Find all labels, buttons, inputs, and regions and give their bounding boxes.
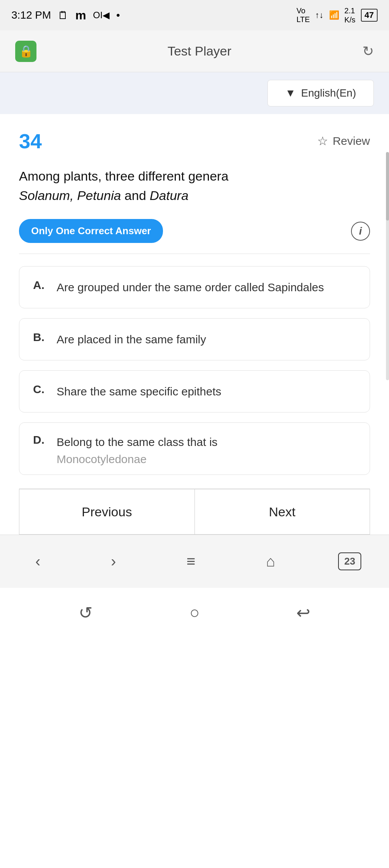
option-a-label: A.: [33, 279, 47, 292]
tabs-button[interactable]: 23: [338, 552, 361, 570]
status-left: 3:12 PM 🗒 m OI◀ •: [11, 8, 120, 22]
option-b-label: B.: [33, 331, 47, 344]
gesture-home-icon: ○: [190, 603, 200, 622]
option-a[interactable]: A. Are grouped under the same order call…: [19, 266, 370, 308]
status-right: VoLTE ↑↓ 📶 2.1K/s 47: [296, 6, 378, 24]
back-button[interactable]: ‹: [28, 549, 48, 574]
time-display: 3:12 PM: [11, 9, 51, 21]
scroll-indicator: [386, 152, 389, 380]
forward-icon: ›: [111, 553, 116, 570]
main-content: 34 ☆ Review Among plants, three differen…: [0, 114, 389, 535]
vo-lte-icon: VoLTE: [296, 6, 310, 24]
chevron-down-icon: ▼: [285, 87, 296, 99]
question-number: 34: [19, 129, 42, 153]
badge-row: Only One Correct Answer i: [19, 219, 370, 243]
info-icon[interactable]: i: [351, 222, 370, 241]
question-italic: Solanum, Petunia: [19, 188, 125, 203]
options-list: A. Are grouped under the same order call…: [19, 266, 370, 475]
option-c-text: Share the same specific epithets: [57, 383, 221, 400]
navigation-buttons: Previous Next: [19, 489, 370, 535]
network-bars: 📶: [329, 10, 339, 20]
sim-icon: 🗒: [58, 9, 68, 22]
back-icon: ‹: [35, 553, 40, 570]
option-b[interactable]: B. Are placed in the same family: [19, 318, 370, 360]
question-header: 34 ☆ Review: [19, 129, 370, 153]
option-d-text: Belong to the same class that isMonocoty…: [57, 433, 218, 468]
forward-button[interactable]: ›: [103, 549, 123, 574]
home-button[interactable]: ⌂: [258, 549, 283, 574]
lock-icon: 🔒: [15, 41, 36, 62]
option-d[interactable]: D. Belong to the same class that isMonoc…: [19, 422, 370, 475]
gesture-back-icon: ↩: [296, 603, 310, 622]
option-c-label: C.: [33, 383, 47, 396]
star-icon: ☆: [317, 134, 328, 148]
scroll-thumb: [386, 152, 389, 221]
option-c[interactable]: C. Share the same specific epithets: [19, 370, 370, 413]
previous-button[interactable]: Previous: [19, 489, 194, 535]
tabs-count: 23: [344, 555, 355, 567]
option-d-label: D.: [33, 433, 47, 446]
top-bar: 🔒 Test Player ↻: [0, 30, 389, 72]
menu-button[interactable]: ≡: [179, 549, 203, 574]
option-a-text: Are grouped under the same order called …: [57, 279, 324, 296]
answer-type-badge: Only One Correct Answer: [19, 219, 163, 243]
home-icon: ⌂: [266, 553, 275, 570]
status-bar: 3:12 PM 🗒 m OI◀ • VoLTE ↑↓ 📶 2.1K/s 47: [0, 0, 389, 30]
battery-display: 47: [361, 9, 378, 22]
signal-icon: ↑↓: [315, 10, 324, 20]
divider: [19, 254, 370, 254]
question-italic2: Datura: [150, 188, 188, 203]
question-text: Among plants, three different genera Sol…: [19, 167, 370, 205]
android-nav-bar: ‹ › ≡ ⌂ 23: [0, 535, 389, 588]
menu-icon: ≡: [187, 553, 195, 570]
dot-icon: •: [116, 9, 120, 21]
language-bar: ▼ English(En): [0, 72, 389, 114]
review-label: Review: [333, 135, 370, 148]
next-button[interactable]: Next: [194, 489, 370, 535]
language-dropdown[interactable]: ▼ English(En): [267, 80, 374, 106]
app-title: Test Player: [168, 44, 231, 59]
review-button[interactable]: ☆ Review: [317, 134, 370, 148]
gesture-bar: ↺ ○ ↩: [0, 588, 389, 637]
language-label: English(En): [301, 87, 356, 99]
call-icon: OI◀: [93, 10, 109, 21]
gesture-reload-icon: ↺: [79, 603, 93, 622]
app-icon-m: m: [75, 8, 86, 22]
reload-icon[interactable]: ↻: [362, 43, 374, 59]
option-b-text: Are placed in the same family: [57, 331, 206, 348]
speed-label: 2.1K/s: [345, 6, 356, 24]
